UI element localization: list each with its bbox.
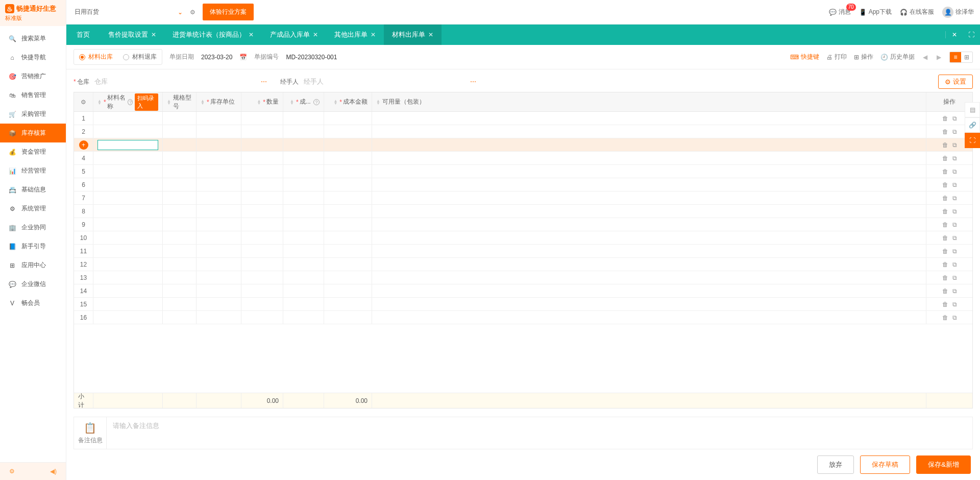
delete-icon[interactable]: 🗑 [940,301,950,308]
table-row[interactable]: 12🗑⧉ [74,258,972,271]
sidebar-item-7[interactable]: 📊经营管理 [0,161,66,180]
quickkey-button[interactable]: ⌨ 快捷键 [790,53,819,61]
table-row[interactable]: 15🗑⧉ [74,298,972,311]
delete-icon[interactable]: 🗑 [940,208,950,215]
app-download-button[interactable]: 📱 App下载 [859,8,892,16]
close-icon[interactable]: ✕ [371,31,376,38]
table-row[interactable]: 10🗑⧉ [74,231,972,245]
handler-input[interactable] [303,76,466,88]
table-row[interactable]: 9🗑⧉ [74,218,972,231]
delete-icon[interactable]: 🗑 [940,128,950,135]
copy-icon[interactable]: ⧉ [950,314,959,321]
table-row[interactable]: 16🗑⧉ [74,311,972,324]
tab-2[interactable]: 进货单统计表（按商品）✕ [164,25,262,45]
table-row[interactable]: 4🗑⧉ [74,152,972,165]
sidebar-item-0[interactable]: 🔍搜索菜单 [0,29,66,48]
col-qty[interactable]: ▲▼*数量 [241,92,283,111]
copy-icon[interactable]: ⧉ [950,195,959,202]
view-list-icon[interactable]: ≡ [950,52,961,62]
cta-button[interactable]: 体验行业方案 [203,4,254,20]
delete-icon[interactable]: 🗑 [940,168,950,175]
table-row[interactable]: 13🗑⧉ [74,271,972,284]
tab-5[interactable]: 材料出库单✕ [384,25,442,45]
radio-return[interactable]: 材料退库 [118,50,162,64]
delete-icon[interactable]: 🗑 [940,221,950,228]
radio-out[interactable]: 材料出库 [74,50,118,64]
remark-input[interactable] [107,417,972,449]
copy-icon[interactable]: ⧉ [950,208,959,215]
warehouse-more-icon[interactable]: ⋯ [261,78,268,85]
sidebar-item-5[interactable]: 📦库存核算 [0,124,66,142]
copy-icon[interactable]: ⧉ [950,155,959,162]
save-new-button[interactable]: 保存&新增 [916,455,971,474]
scan-tag[interactable]: 扫码录入 [135,93,158,111]
add-row-icon[interactable]: + [79,140,88,150]
delete-icon[interactable]: 🗑 [940,195,950,202]
user-menu[interactable]: 👤 徐泽华 [942,7,974,18]
org-settings-icon[interactable]: ⚙ [187,8,199,17]
tab-4[interactable]: 其他出库单✕ [326,25,384,45]
copy-icon[interactable]: ⧉ [950,128,959,135]
sidebar-item-1[interactable]: ⌂快捷导航 [0,48,66,67]
tool-expand-icon[interactable]: ⛶ [965,133,980,148]
table-row[interactable]: 11🗑⧉ [74,245,972,258]
sidebar-item-11[interactable]: 📘新手引导 [0,237,66,256]
close-icon[interactable]: ✕ [249,31,254,38]
copy-icon[interactable]: ⧉ [950,181,959,188]
warehouse-input[interactable] [93,76,257,88]
col-gear[interactable]: ⚙ [74,92,93,111]
col-spec[interactable]: ▲▼规格型号 [163,92,197,111]
copy-icon[interactable]: ⧉ [950,274,959,281]
help-icon[interactable]: ? [128,99,133,105]
delete-icon[interactable]: 🗑 [940,287,950,295]
copy-icon[interactable]: ⧉ [950,248,959,255]
tabs-close-all-icon[interactable]: ✕ [945,31,963,38]
delete-icon[interactable]: 🗑 [940,274,950,281]
handler-more-icon[interactable]: ⋯ [470,78,477,85]
sidebar-item-12[interactable]: ⊞应用中心 [0,256,66,275]
table-row[interactable]: 1🗑⧉ [74,112,972,125]
table-row[interactable]: 8🗑⧉ [74,205,972,218]
tool-note-icon[interactable]: ▤ [965,102,980,117]
tab-3[interactable]: 产成品入库单✕ [262,25,326,45]
col-unit[interactable]: ▲▼*库存单位 [197,92,241,111]
delete-icon[interactable]: 🗑 [940,155,950,162]
save-draft-button[interactable]: 保存草稿 [860,455,910,474]
material-input[interactable] [97,140,158,150]
org-dropdown[interactable]: 日用百货 ⌄ [72,5,183,19]
print-button[interactable]: 🖨 打印 [826,53,847,61]
copy-icon[interactable]: ⧉ [950,221,959,228]
messages-button[interactable]: 💬 消息 70 [829,8,851,16]
tab-0[interactable]: 首页 [66,25,100,45]
delete-icon[interactable]: 🗑 [940,141,950,149]
help-icon[interactable]: ? [313,99,320,105]
close-icon[interactable]: ✕ [151,31,156,38]
col-avail[interactable]: ▲▼可用量（包装） [372,92,926,111]
delete-icon[interactable]: 🗑 [940,181,950,188]
discard-button[interactable]: 放弃 [817,455,854,474]
sidebar-item-6[interactable]: 💰资金管理 [0,142,66,161]
sidebar-item-14[interactable]: V畅会员 [0,294,66,313]
copy-icon[interactable]: ⧉ [950,234,959,242]
sidebar-item-9[interactable]: ⚙系统管理 [0,199,66,218]
delete-icon[interactable]: 🗑 [940,115,950,122]
delete-icon[interactable]: 🗑 [940,248,950,255]
prev-icon[interactable]: ◀ [922,54,928,61]
copy-icon[interactable]: ⧉ [950,301,959,308]
next-icon[interactable]: ▶ [936,54,942,61]
copy-icon[interactable]: ⧉ [950,141,959,149]
sidebar-item-4[interactable]: 🛒采购管理 [0,105,66,124]
copy-icon[interactable]: ⧉ [950,261,959,268]
col-amount[interactable]: ▲▼*成本金额 [324,92,372,111]
history-button[interactable]: 🕘 历史单据 [880,53,915,61]
sidebar-item-13[interactable]: 💬企业微信 [0,275,66,294]
copy-icon[interactable]: ⧉ [950,168,959,175]
calendar-icon[interactable]: 📅 [239,54,247,61]
delete-icon[interactable]: 🗑 [940,261,950,268]
sidebar-item-10[interactable]: 🏢企业协同 [0,218,66,237]
close-icon[interactable]: ✕ [313,31,318,38]
col-cost[interactable]: ▲▼*成... ? [283,92,324,111]
table-row[interactable]: 6🗑⧉ [74,178,972,191]
delete-icon[interactable]: 🗑 [940,314,950,321]
col-material[interactable]: ▲▼ *材料名称 ? 扫码录入 [93,92,163,111]
